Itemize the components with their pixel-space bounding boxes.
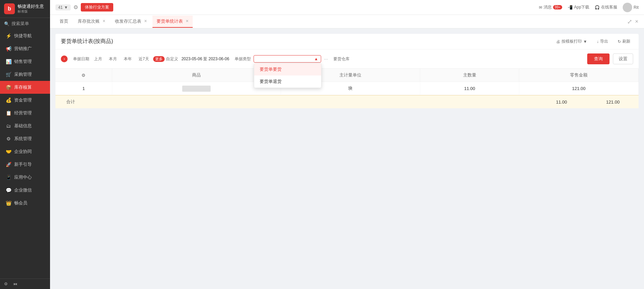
sidebar-collapse[interactable]: ⏮ [13, 282, 17, 286]
tab-receivables[interactable]: 收发存汇总表 ✕ [111, 16, 151, 28]
sidebar-item-appstore[interactable]: 📱 应用中心 [0, 171, 50, 184]
dropdown-item-yaohuo-tuihuo[interactable]: 要货单退货 [254, 75, 321, 88]
date-btn-this-month[interactable]: 本月 [106, 55, 120, 63]
query-btn[interactable]: 查询 [587, 53, 610, 64]
table-container: ⚙ 商品 主计量单位 主数量 零售金额 1 ████████ 块 11. [55, 69, 639, 108]
tab-inventory-batch[interactable]: 库存批次账 ✕ [74, 16, 110, 28]
export-btn[interactable]: ↓ 导出 [594, 37, 611, 46]
tab-expand-btn[interactable]: ⤢ [627, 18, 632, 25]
sidebar-item-guide[interactable]: 🚀 新手引导 [0, 158, 50, 171]
sidebar-item-wechat[interactable]: 💬 企业微信 [0, 184, 50, 197]
sidebar-item-label: 企业微信 [14, 187, 32, 193]
export-icon: ↓ [597, 39, 599, 44]
tab-collapse-btn[interactable]: ✕ [635, 19, 639, 24]
search-label: 搜索菜单 [11, 21, 29, 27]
tab-close-order-stats[interactable]: ✕ [186, 19, 189, 23]
col-settings[interactable]: ⚙ [55, 69, 112, 82]
bill-type-input[interactable] [257, 57, 314, 61]
tab-close-inventory-batch[interactable]: ✕ [102, 19, 105, 23]
tab-order-stats[interactable]: 要货单统计表 ✕ [152, 16, 193, 28]
sidebar-search[interactable]: 🔍 搜索菜单 [0, 18, 50, 29]
select-up-arrow-icon[interactable]: ▲ [314, 57, 318, 61]
header-left: 41 ▼ ⚙ 体验行业方案 [55, 3, 535, 12]
tab-home[interactable]: 首页 [55, 16, 72, 28]
sidebar-item-collab[interactable]: 🤝 企业协同 [0, 145, 50, 158]
sidebar-settings[interactable]: ⚙ [4, 282, 8, 286]
col-amount: 零售金额 [519, 69, 639, 82]
sidebar-item-system[interactable]: ⚙ 系统管理 [0, 132, 50, 145]
bill-type-select-wrapper[interactable]: ▲ 要货单要货 要货单退货 [254, 55, 321, 63]
tab-home-label: 首页 [59, 18, 68, 24]
quick-nav-icon: ⚡ [5, 33, 11, 39]
message-label: 消息 [544, 4, 552, 10]
guide-icon: 🚀 [5, 161, 11, 168]
sidebar-item-inventory[interactable]: 📦 库存核算 [0, 81, 50, 94]
refresh-icon: ↻ [618, 39, 621, 44]
sidebar-item-member[interactable]: 👑 畅会员 [0, 197, 50, 209]
footer-total-qty: 11.00 [541, 99, 582, 105]
app-download-label: App下载 [574, 4, 589, 10]
sidebar-item-label: 新手引导 [14, 161, 32, 168]
sidebar-item-label: 库存核算 [14, 84, 32, 90]
member-icon: 👑 [5, 200, 11, 206]
print-btn[interactable]: 🖨 按模板打印 ▼ [553, 37, 590, 46]
header-right: ✉ 消息 99+ 📲 App下载 🎧 在线客服 Rit [539, 3, 639, 12]
dropdown-item-yaohuo-yanhuo[interactable]: 要货单要货 [254, 63, 321, 75]
sidebar-item-basic[interactable]: 🗂 基础信息 [0, 119, 50, 132]
more-filters-btn[interactable]: ··· [324, 56, 328, 62]
sidebar-item-finance[interactable]: 💰 资金管理 [0, 94, 50, 107]
tab-inventory-batch-label: 库存批次账 [78, 18, 100, 24]
print-icon: 🖨 [556, 39, 560, 44]
app-download-btn[interactable]: 📲 App下载 [568, 4, 589, 10]
message-icon: ✉ [539, 5, 542, 10]
sidebar-item-label: 畅会员 [14, 200, 27, 206]
refresh-label: 刷新 [622, 39, 630, 44]
top-header: 41 ▼ ⚙ 体验行业方案 ✉ 消息 99+ 📲 App下载 🎧 在线客服 R [50, 0, 644, 15]
settings-btn[interactable]: 设置 [613, 53, 633, 64]
user-profile[interactable]: Rit [623, 3, 639, 12]
filter-expand-btn[interactable]: › [61, 55, 68, 62]
date-btns: 上月 本月 本年 近7天 更多 自定义 [91, 55, 178, 63]
col-qty: 主数量 [420, 69, 519, 82]
online-service-label: 在线客服 [601, 4, 617, 10]
finance-icon: 💰 [5, 97, 11, 103]
sidebar-item-purchase[interactable]: 🛒 采购管理 [0, 68, 50, 81]
sidebar: b 畅捷通好生意 标准版 🔍 搜索菜单 ⚡ 快捷导航 📢 营销推广 📊 销售管理… [0, 0, 50, 289]
messages-btn[interactable]: ✉ 消息 99+ [539, 4, 562, 10]
tab-close-receivables[interactable]: ✕ [144, 19, 147, 23]
sidebar-item-label: 营销推广 [14, 46, 32, 52]
sidebar-item-marketing[interactable]: 📢 营销推广 [0, 42, 50, 55]
date-btn-custom[interactable]: 自定义 [166, 56, 178, 62]
sidebar-item-operation[interactable]: 📋 经营管理 [0, 107, 50, 119]
collab-icon: 🤝 [5, 149, 11, 155]
page-title: 要货单统计表(按商品) [61, 38, 113, 45]
tab-count-badge[interactable]: 41 ▼ [55, 4, 71, 10]
date-btn-this-year[interactable]: 本年 [121, 55, 135, 63]
industry-btn[interactable]: 体验行业方案 [81, 3, 113, 12]
warehouse-filter: 要货仓库 [333, 56, 350, 62]
data-table: ⚙ 商品 主计量单位 主数量 零售金额 1 ████████ 块 11. [55, 69, 639, 95]
marketing-icon: 📢 [5, 46, 11, 52]
title-actions: 🖨 按模板打印 ▼ ↓ 导出 ↻ 刷新 [553, 37, 633, 46]
date-more-badge: 更多 [153, 56, 165, 62]
refresh-btn[interactable]: ↻ 刷新 [615, 37, 633, 46]
sidebar-item-quick-nav[interactable]: ⚡ 快捷导航 [0, 29, 50, 42]
filter-bar: › 单据日期 上月 本月 本年 近7天 更多 自定义 2023-05-06 至 … [55, 49, 639, 69]
table-header-row: ⚙ 商品 主计量单位 主数量 零售金额 [55, 69, 639, 82]
sidebar-item-sales[interactable]: 📊 销售管理 [0, 55, 50, 68]
sidebar-bottom: ⚙ ⏮ [0, 279, 50, 289]
sidebar-item-label: 资金管理 [14, 97, 32, 103]
date-btn-last-month[interactable]: 上月 [91, 55, 105, 63]
tab-count: 41 [58, 5, 63, 10]
page-title-bar: 要货单统计表(按商品) 🖨 按模板打印 ▼ ↓ 导出 ↻ 刷新 [55, 34, 639, 49]
row-index: 1 [55, 82, 112, 95]
print-arrow: ▼ [583, 39, 587, 44]
row-amount: 121.00 [519, 82, 639, 95]
user-name: Rit [634, 5, 639, 10]
header-settings-icon[interactable]: ⚙ [73, 4, 78, 10]
logo-icon: b [4, 3, 15, 14]
system-icon: ⚙ [5, 136, 11, 142]
online-service-btn[interactable]: 🎧 在线客服 [595, 4, 617, 10]
date-btn-last-7days[interactable]: 近7天 [136, 55, 152, 63]
footer-label: 合计 [61, 99, 75, 105]
